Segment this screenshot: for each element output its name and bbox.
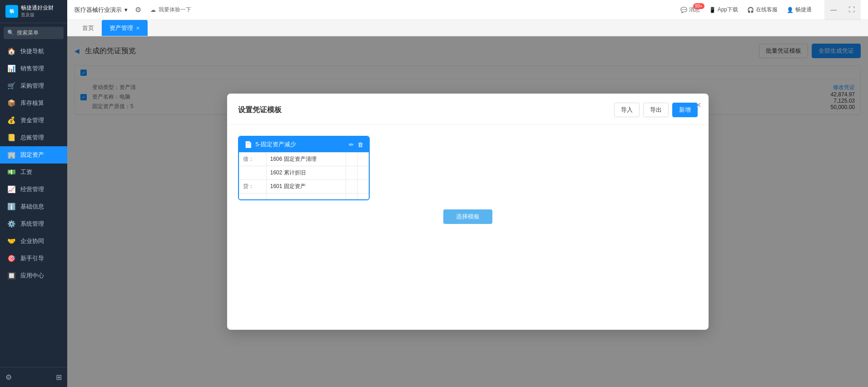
settings-icon[interactable]: ⚙ (135, 5, 141, 14)
service-icon: 🎧 (747, 7, 754, 13)
tab-asset-mgmt[interactable]: 资产管理 ✕ (102, 20, 148, 36)
sidebar-item-guide[interactable]: 🎯 新手引导 (0, 250, 67, 267)
import-btn[interactable]: 导入 (614, 103, 640, 117)
dropdown-arrow[interactable]: ▾ (124, 6, 128, 13)
template-name: 5-固定资产减少 (256, 140, 297, 149)
sidebar-item-finance[interactable]: 💰 资金管理 (0, 112, 67, 129)
debit-amount-4 (357, 166, 368, 180)
new-btn[interactable]: 新增 (672, 103, 698, 117)
sidebar: 畅 畅捷通好业财 普及版 🔍 搜索菜单 🏠 快捷导航 📊 销售管理 🛒 采购管理… (0, 0, 67, 387)
sidebar-item-ledger[interactable]: 📒 总账管理 (0, 129, 67, 146)
sidebar-item-label: 应用中心 (20, 272, 44, 280)
select-template-btn[interactable]: 选择模板 (443, 209, 492, 224)
debit-label-2 (239, 166, 266, 180)
sidebar-item-basic-info[interactable]: ℹ️ 基础信息 (0, 198, 67, 215)
empty-cell-4 (357, 194, 368, 199)
template-card-header: 📄 5-固定资产减少 ✏ 🗑 (239, 137, 369, 152)
topbar: 医疗器械行业演示 ▾ ⚙ ☁ 我要体验一下 💬 消息 99+ 📱 App下载 🎧… (67, 0, 868, 20)
search-icon: 🔍 (7, 30, 14, 36)
debit-amount-1 (346, 153, 357, 166)
debit-account-1: 1606 固定资产清理 (266, 153, 346, 166)
template-table: 借： 1606 固定资产清理 1602 累计折旧 (239, 152, 369, 199)
credit-account-1: 1601 固定资产 (266, 180, 346, 194)
export-btn[interactable]: 导出 (643, 103, 669, 117)
sidebar-item-salary[interactable]: 💵 工资 (0, 164, 67, 181)
message-badge: 99+ (693, 3, 704, 9)
credit-label-1: 贷： (239, 180, 266, 194)
sidebar-search[interactable]: 🔍 搜索菜单 (4, 27, 64, 39)
search-label: 搜索菜单 (17, 29, 39, 37)
tab-home-label: 首页 (82, 24, 94, 32)
empty-row (239, 194, 368, 199)
debit-account-2: 1602 累计折旧 (266, 166, 346, 180)
dialog-body: 📄 5-固定资产减少 ✏ 🗑 借： 1606 固定资产清 (227, 125, 709, 330)
template-delete-icon[interactable]: 🗑 (357, 141, 363, 148)
topbar-right: 💬 消息 99+ 📱 App下载 🎧 在线客服 👤 畅捷通 (680, 6, 812, 14)
experience-label: 我要体验一下 (159, 6, 191, 14)
empty-cell-3 (346, 194, 357, 199)
message-icon: 💬 (680, 7, 687, 13)
sidebar-item-fixed-assets[interactable]: 🏢 固定资产 (0, 146, 67, 164)
message-btn[interactable]: 💬 消息 99+ (680, 6, 700, 14)
sidebar-item-label: 新手引导 (20, 254, 44, 263)
download-btn[interactable]: 📱 App下载 (709, 6, 738, 14)
cloud-icon: ☁ (150, 7, 156, 13)
sidebar-nav: 🏠 快捷导航 📊 销售管理 🛒 采购管理 📦 库存核算 💰 资金管理 📒 总账管… (0, 43, 67, 367)
tab-close-icon[interactable]: ✕ (136, 25, 140, 31)
sidebar-item-label: 销售管理 (20, 64, 44, 73)
sidebar-item-purchase[interactable]: 🛒 采购管理 (0, 77, 67, 94)
debit-amount-2 (357, 153, 368, 166)
sidebar-item-sales[interactable]: 📊 销售管理 (0, 60, 67, 77)
download-label: App下载 (718, 6, 738, 14)
app-center-icon: 🔲 (7, 272, 16, 280)
dialog-close-btn[interactable]: ✕ (695, 101, 701, 109)
sidebar-item-inventory[interactable]: 📦 库存核算 (0, 94, 67, 112)
experience-btn[interactable]: ☁ 我要体验一下 (150, 6, 191, 14)
sidebar-item-management[interactable]: 📈 经营管理 (0, 181, 67, 198)
sidebar-item-label: 系统管理 (20, 220, 44, 228)
sidebar-item-label: 采购管理 (20, 82, 44, 90)
sidebar-bottom: ⚙ ⊞ (0, 367, 67, 387)
template-edit-icon[interactable]: ✏ (349, 141, 354, 148)
page-content: ◀ 生成的凭证预览 批量凭证模板 全部生成凭证 ✓ ✓ 变动类型：资产清 资产名… (67, 36, 868, 387)
home-icon: 🏠 (7, 47, 16, 55)
main-area: 医疗器械行业演示 ▾ ⚙ ☁ 我要体验一下 💬 消息 99+ 📱 App下载 🎧… (67, 0, 868, 387)
dialog-overlay: 设置凭证模板 导入 导出 新增 ✕ 📄 5-固定资产减少 (67, 36, 868, 387)
tab-asset-mgmt-label: 资产管理 (109, 24, 133, 32)
purchase-icon: 🛒 (7, 82, 16, 90)
app-name: 畅捷通好业财 (21, 5, 54, 12)
sidebar-item-enterprise[interactable]: 🤝 企业协同 (0, 233, 67, 250)
ledger-icon: 📒 (7, 134, 16, 142)
tab-home[interactable]: 首页 (74, 20, 102, 36)
sidebar-item-label: 库存核算 (20, 99, 44, 107)
settings-bottom-icon[interactable]: ⚙ (4, 371, 14, 383)
empty-cell-1 (239, 194, 266, 199)
debit-row-2: 1602 累计折旧 (239, 166, 368, 180)
sys-admin-icon: ⚙️ (7, 220, 16, 228)
collapse-sidebar-icon[interactable]: ⊞ (54, 371, 64, 383)
maximize-btn[interactable]: ⛶ (843, 0, 861, 20)
sidebar-item-sys-admin[interactable]: ⚙️ 系统管理 (0, 215, 67, 233)
minimize-btn[interactable]: — (824, 0, 843, 20)
download-icon: 📱 (709, 7, 716, 13)
finance-icon: 💰 (7, 116, 16, 124)
template-card: 📄 5-固定资产减少 ✏ 🗑 借： 1606 固定资产清 (238, 136, 370, 200)
debit-row-1: 借： 1606 固定资产清理 (239, 153, 368, 166)
user-label: 畅捷通 (795, 6, 812, 14)
logo-icon: 畅 (5, 5, 18, 18)
sidebar-item-app-center[interactable]: 🔲 应用中心 (0, 267, 67, 284)
window-controls: — ⛶ (824, 0, 861, 20)
set-template-dialog: 设置凭证模板 导入 导出 新增 ✕ 📄 5-固定资产减少 (227, 94, 709, 330)
tabbar: 首页 资产管理 ✕ (67, 20, 868, 36)
sidebar-item-quick-nav[interactable]: 🏠 快捷导航 (0, 43, 67, 60)
app-logo: 畅 畅捷通好业财 普及版 (0, 0, 67, 23)
credit-row-1: 贷： 1601 固定资产 (239, 180, 368, 194)
sidebar-item-label: 总账管理 (20, 134, 44, 142)
dialog-header: 设置凭证模板 导入 导出 新增 ✕ (227, 94, 709, 125)
debit-amount-3 (346, 166, 357, 180)
user-btn[interactable]: 👤 畅捷通 (787, 6, 812, 14)
service-btn[interactable]: 🎧 在线客服 (747, 6, 778, 14)
sidebar-item-label: 固定资产 (20, 151, 44, 159)
management-icon: 📈 (7, 185, 16, 194)
company-label: 医疗器械行业演示 (74, 6, 122, 14)
